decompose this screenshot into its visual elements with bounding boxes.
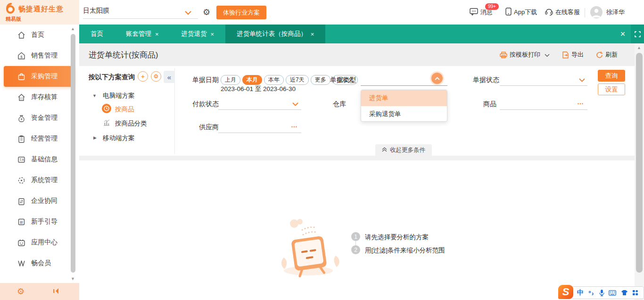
pill-this-month[interactable]: 本月: [242, 75, 262, 85]
ime-microphone-icon[interactable]: [599, 289, 604, 296]
close-icon[interactable]: ×: [155, 31, 159, 38]
sidebar-item-operations[interactable]: 经营管理: [0, 128, 79, 149]
payment-status-label: 付款状态: [192, 100, 219, 108]
main-scrollbar[interactable]: [636, 53, 643, 273]
collapse-sidebar-icon[interactable]: [52, 288, 60, 296]
tab-label: 账套管理: [126, 30, 151, 38]
tree-item-by-category[interactable]: 按商品分类: [115, 119, 147, 128]
pill-last-month[interactable]: 上月: [221, 75, 240, 85]
footer-gear-icon[interactable]: ⚙: [17, 286, 25, 297]
warehouse-label: 仓库: [333, 100, 346, 108]
sidebar-item-inventory[interactable]: 库存核算: [0, 87, 79, 108]
pill-last-7-days[interactable]: 近7天: [286, 75, 309, 85]
export-button[interactable]: 导出: [562, 50, 584, 59]
app-center-icon: [17, 238, 25, 247]
tab-purchase-returns[interactable]: 进货退货 ×: [170, 25, 226, 43]
sidebar-item-guide[interactable]: 新 新手引导: [0, 211, 79, 232]
tree-group-pc[interactable]: 电脑端方案: [103, 92, 135, 100]
brand-title: 畅捷通好生意: [18, 5, 64, 14]
main-scroll-up-icon[interactable]: ▲: [637, 45, 641, 50]
chevron-down-icon: [185, 9, 191, 17]
refresh-icon: [596, 51, 603, 58]
sidebar-item-label: 基础信息: [31, 155, 58, 164]
gear-icon[interactable]: ⚙: [203, 7, 210, 17]
ime-toolbox-icon[interactable]: [632, 290, 638, 296]
step-2-badge: 2: [351, 245, 360, 254]
pill-more[interactable]: 更多: [311, 75, 330, 85]
caret-right-icon[interactable]: ▶: [93, 135, 97, 140]
doc-type-collapse-icon[interactable]: [431, 73, 443, 84]
avatar[interactable]: [590, 6, 603, 18]
username[interactable]: 徐泽华: [606, 0, 625, 25]
goods-field[interactable]: [500, 99, 587, 110]
step-1-text: 请先选择要分析的方案: [365, 233, 429, 242]
sidebar-item-label: 销售管理: [31, 51, 58, 60]
chevron-down-icon[interactable]: [579, 76, 585, 83]
sidebar-item-collaboration[interactable]: 企业协同: [0, 191, 79, 211]
sidebar-item-app-center[interactable]: 应用中心: [0, 232, 79, 253]
refresh-button[interactable]: 刷新: [596, 50, 618, 59]
sidebar: 首页 $ 销售管理 采购管理 库存核算 ¥ 资金管理 经营管理 A 基础信息 系…: [0, 25, 79, 283]
fullscreen-icon[interactable]: [631, 25, 644, 43]
close-icon[interactable]: ×: [211, 31, 215, 38]
ime-punctuation-icon[interactable]: [588, 290, 594, 296]
dropdown-option-purchase-order[interactable]: 进货单: [361, 90, 447, 106]
payment-status-field[interactable]: [218, 99, 301, 110]
ime-logo[interactable]: S: [558, 285, 573, 299]
add-scheme-button[interactable]: +: [138, 71, 148, 82]
sidebar-item-home[interactable]: 首页: [0, 25, 79, 45]
close-all-tabs-icon[interactable]: ×: [615, 25, 631, 43]
doc-status-field[interactable]: [500, 75, 587, 86]
settings-button[interactable]: 设置: [598, 83, 625, 95]
chevron-down-icon[interactable]: [292, 100, 298, 108]
chevron-down-icon: [545, 51, 550, 58]
sidebar-item-membership[interactable]: 畅会员: [0, 253, 79, 274]
scheme-settings-icon[interactable]: ⚙: [151, 71, 161, 82]
collapse-more-conditions-button[interactable]: 收起更多条件: [375, 144, 432, 156]
trial-industry-button[interactable]: 体验行业方案: [216, 6, 266, 19]
ime-keyboard-icon[interactable]: [609, 290, 616, 296]
collaboration-icon: [17, 197, 25, 205]
sidebar-item-label: 库存核算: [31, 93, 58, 101]
step-2-text: 用[过滤]条件来缩小分析范围: [365, 246, 445, 255]
ime-language-toggle[interactable]: 中: [577, 289, 584, 297]
tab-purchase-stats-active[interactable]: 进货单统计表（按商品） ×: [225, 25, 325, 43]
print-label: 按模板打印: [510, 50, 540, 59]
supplier-label: 供应商: [199, 123, 219, 132]
account-select[interactable]: 日太阳膜: [83, 7, 198, 19]
ime-toolbar: 中: [571, 286, 644, 299]
print-by-template-button[interactable]: 按模板打印: [500, 50, 550, 59]
sidebar-item-label: 企业协同: [31, 197, 58, 205]
sidebar-item-label: 资金管理: [31, 114, 58, 122]
collapse-scheme-panel-button[interactable]: «: [164, 71, 175, 83]
tree-item-by-goods[interactable]: 按商品: [115, 105, 134, 114]
sidebar-item-base-info[interactable]: A 基础信息: [0, 149, 79, 170]
tree-group-mobile[interactable]: 移动端方案: [103, 134, 135, 142]
collapse-more-label: 收起更多条件: [390, 146, 425, 154]
tab-label: 进货退货: [182, 30, 207, 38]
sidebar-item-funds[interactable]: ¥ 资金管理: [0, 108, 79, 128]
sidebar-scrollbar[interactable]: [71, 34, 75, 273]
goods-picker-icon[interactable]: …: [577, 98, 584, 106]
sidebar-scroll-up-icon[interactable]: ▲: [71, 26, 75, 31]
scheme-panel-title: 按以下方案查询: [89, 73, 135, 82]
ime-skin-icon[interactable]: [621, 290, 628, 296]
online-service-button[interactable]: 在线客服: [545, 0, 580, 25]
sidebar-scroll-down-icon[interactable]: ▼: [71, 276, 75, 281]
online-service-label: 在线客服: [555, 8, 580, 17]
app-download-button[interactable]: App下载: [505, 0, 537, 25]
tab-home[interactable]: 首页: [79, 25, 115, 43]
phone-icon: [505, 8, 512, 17]
sidebar-item-sales[interactable]: $ 销售管理: [0, 45, 79, 66]
tab-account-management[interactable]: 账套管理 ×: [115, 25, 170, 43]
dropdown-option-purchase-return[interactable]: 采购退货单: [361, 106, 447, 122]
sales-icon: $: [17, 51, 25, 60]
supplier-field[interactable]: [218, 122, 301, 133]
pill-this-year[interactable]: 本年: [264, 75, 284, 85]
query-button[interactable]: 查询: [598, 70, 625, 82]
sidebar-item-system[interactable]: 系统管理: [0, 170, 79, 191]
supplier-picker-icon[interactable]: …: [291, 121, 298, 129]
sidebar-item-purchase[interactable]: 采购管理: [4, 66, 74, 87]
close-icon[interactable]: ×: [311, 31, 314, 38]
caret-down-icon[interactable]: ▼: [92, 93, 97, 98]
